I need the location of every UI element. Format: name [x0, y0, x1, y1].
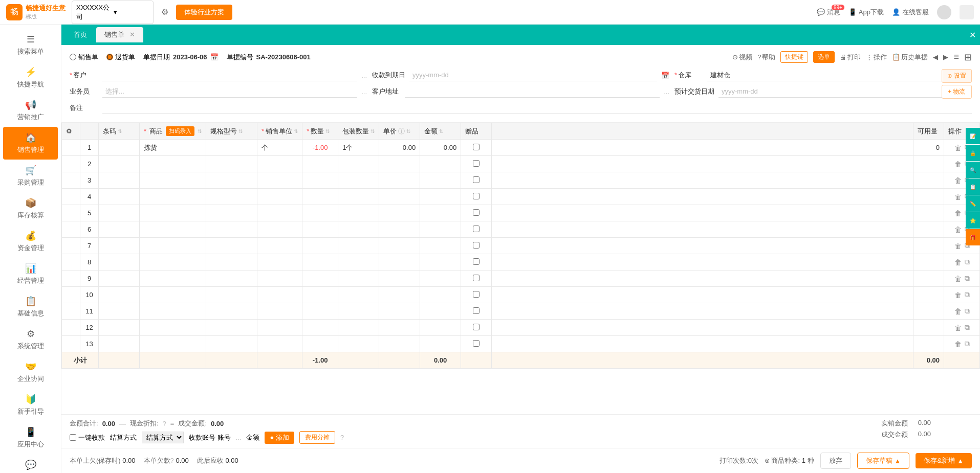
- warehouse-input[interactable]: [707, 69, 962, 81]
- save-new-button[interactable]: 保存&新增 ▲: [916, 453, 972, 468]
- cell-gift-6[interactable]: [461, 238, 492, 254]
- cell-pack-11[interactable]: [338, 320, 379, 336]
- sidebar-item-base[interactable]: 📋 基础信息: [0, 290, 61, 323]
- online-service-button[interactable]: 👤 在线客服: [892, 8, 929, 17]
- app-download-button[interactable]: 📱 App下载: [848, 8, 884, 17]
- cell-gift-2[interactable]: [461, 172, 492, 189]
- delete-btn-0[interactable]: 🗑: [954, 143, 962, 152]
- settings-icon[interactable]: ⚙: [66, 127, 72, 135]
- cell-product-12[interactable]: [140, 336, 206, 352]
- cell-amount-5[interactable]: [420, 221, 461, 238]
- delete-btn-6[interactable]: 🗑: [954, 241, 962, 250]
- customer-dots[interactable]: ...: [361, 72, 367, 79]
- delete-btn-5[interactable]: 🗑: [954, 225, 962, 234]
- cell-pack-12[interactable]: [338, 336, 379, 352]
- cell-barcode-4[interactable]: [99, 205, 140, 221]
- setup-button[interactable]: ⊙ 设置: [942, 69, 972, 83]
- delete-btn-7[interactable]: 🗑: [954, 258, 962, 266]
- delete-btn-11[interactable]: 🗑: [954, 323, 962, 332]
- calendar-icon-payment[interactable]: 📅: [661, 72, 669, 79]
- th-barcode[interactable]: 条码 ⇅: [99, 123, 140, 140]
- th-amount[interactable]: 金额 ⇅: [420, 123, 461, 140]
- th-product[interactable]: *商品 扫码录入 ⇅: [140, 123, 206, 140]
- cell-unit-6[interactable]: [257, 238, 302, 254]
- cell-product-9[interactable]: [140, 287, 206, 303]
- avatar[interactable]: [937, 5, 951, 19]
- cell-product-2[interactable]: [140, 172, 206, 189]
- cell-unit-2[interactable]: [257, 172, 302, 189]
- cell-qty-3[interactable]: [302, 189, 338, 205]
- sidebar-item-appstore[interactable]: 📱 应用中心: [0, 421, 61, 454]
- cell-product-0[interactable]: 拣货: [140, 140, 206, 156]
- cell-spec-5[interactable]: [206, 221, 257, 238]
- right-panel-btn2[interactable]: 🔒: [966, 145, 980, 161]
- radio-return[interactable]: 退货单: [106, 53, 135, 62]
- settings-button[interactable]: ⚙: [158, 5, 172, 19]
- account-dots[interactable]: ...: [236, 434, 242, 441]
- copy-btn-12[interactable]: ⧉: [965, 340, 970, 348]
- th-pack[interactable]: 包装数量 ⇅: [338, 123, 379, 140]
- select-btn[interactable]: 选单: [813, 51, 835, 63]
- delete-btn-8[interactable]: 🗑: [954, 274, 962, 283]
- cell-barcode-1[interactable]: [99, 156, 140, 172]
- discard-button[interactable]: 放弃: [820, 453, 851, 469]
- cell-barcode-10[interactable]: [99, 303, 140, 320]
- cell-spec-8[interactable]: [206, 271, 257, 287]
- cell-pack-10[interactable]: [338, 303, 379, 320]
- cell-spec-10[interactable]: [206, 303, 257, 320]
- cell-unit-4[interactable]: [257, 205, 302, 221]
- right-panel-btn6[interactable]: ⭐: [966, 212, 980, 229]
- right-panel-btn5[interactable]: ✏️: [966, 195, 980, 212]
- cell-unit-10[interactable]: [257, 303, 302, 320]
- cell-spec-4[interactable]: [206, 205, 257, 221]
- sidebar-item-finance[interactable]: 💰 资金管理: [0, 225, 61, 258]
- user-menu[interactable]: [960, 5, 974, 19]
- cell-amount-11[interactable]: [420, 320, 461, 336]
- cell-amount-8[interactable]: [420, 271, 461, 287]
- message-button[interactable]: 💬 消息 99+: [817, 8, 840, 17]
- copy-btn-9[interactable]: ⧉: [965, 290, 970, 299]
- cell-qty-6[interactable]: [302, 238, 338, 254]
- trial-button[interactable]: 体验行业方案: [176, 5, 232, 20]
- cell-amount-4[interactable]: [420, 205, 461, 221]
- cell-pack-3[interactable]: [338, 189, 379, 205]
- cell-gift-12[interactable]: [461, 336, 492, 352]
- cell-amount-1[interactable]: [420, 156, 461, 172]
- save-draft-button[interactable]: 保存草稿 ▲: [857, 453, 910, 469]
- sidebar-item-wechat[interactable]: 💬 企业微信: [0, 454, 61, 473]
- cell-qty-8[interactable]: [302, 271, 338, 287]
- cell-product-3[interactable]: [140, 189, 206, 205]
- cell-price-10[interactable]: [379, 303, 420, 320]
- cell-spec-6[interactable]: [206, 238, 257, 254]
- cell-price-5[interactable]: [379, 221, 420, 238]
- history-btn[interactable]: 📋 历史单据: [892, 53, 928, 62]
- salesperson-dots[interactable]: ...: [361, 88, 367, 96]
- cell-pack-4[interactable]: [338, 205, 379, 221]
- settlement-select[interactable]: 结算方式: [142, 432, 184, 443]
- delete-btn-4[interactable]: 🗑: [954, 209, 962, 217]
- cell-pack-0[interactable]: 1个: [338, 140, 379, 156]
- cell-spec-12[interactable]: [206, 336, 257, 352]
- cell-gift-11[interactable]: [461, 320, 492, 336]
- cell-spec-11[interactable]: [206, 320, 257, 336]
- th-qty[interactable]: *数量 ⇅: [302, 123, 338, 140]
- cell-barcode-11[interactable]: [99, 320, 140, 336]
- cell-spec-2[interactable]: [206, 172, 257, 189]
- tab-sales-order[interactable]: 销售单 ✕: [96, 27, 143, 42]
- cell-qty-2[interactable]: [302, 172, 338, 189]
- cell-price-1[interactable]: [379, 156, 420, 172]
- cell-spec-1[interactable]: [206, 156, 257, 172]
- cell-price-7[interactable]: [379, 254, 420, 271]
- sidebar-item-quicknav[interactable]: ⚡ 快捷导航: [0, 61, 61, 94]
- cell-spec-9[interactable]: [206, 287, 257, 303]
- cell-pack-6[interactable]: [338, 238, 379, 254]
- sidebar-item-guide[interactable]: 🔰 新手引导: [0, 389, 61, 421]
- cell-price-0[interactable]: 0.00: [379, 140, 420, 156]
- delete-btn-9[interactable]: 🗑: [954, 290, 962, 299]
- customer-addr-input[interactable]: [405, 85, 660, 98]
- sidebar-item-sales[interactable]: 🏠 销售管理: [3, 127, 58, 160]
- cell-barcode-8[interactable]: [99, 271, 140, 287]
- cell-unit-7[interactable]: [257, 254, 302, 271]
- sidebar-item-enterprise[interactable]: 🤝 企业协同: [0, 356, 61, 389]
- cell-spec-0[interactable]: [206, 140, 257, 156]
